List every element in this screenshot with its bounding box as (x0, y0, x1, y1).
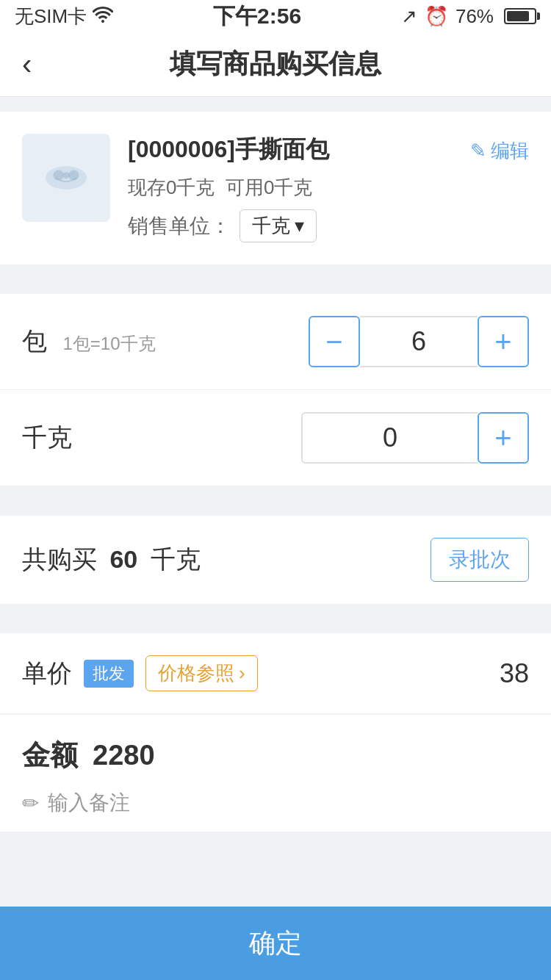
pack-sublabel: 1包=10千克 (62, 334, 155, 353)
pack-label: 包 1包=10千克 (22, 325, 309, 359)
pack-quantity-input[interactable] (360, 316, 478, 367)
status-bar: 无SIM卡 下午2:56 ↗ ⏰ 76% (0, 0, 551, 32)
back-button[interactable]: ‹ (22, 48, 32, 81)
confirm-bar[interactable]: 确定 (0, 907, 551, 980)
wifi-icon (93, 5, 113, 28)
pack-controls: − + (309, 316, 529, 367)
kg-controls: + (301, 412, 529, 464)
alarm-icon: ⏰ (425, 5, 448, 28)
price-ref-button[interactable]: 价格参照 › (145, 655, 258, 691)
page-title: 填写商品购买信息 (170, 46, 381, 82)
svg-point-3 (62, 172, 71, 179)
edit-button[interactable]: ✎ 编辑 (470, 138, 529, 164)
summary-text: 共购买 60 千克 (22, 543, 431, 577)
battery-percent: 76% (455, 5, 494, 28)
summary-row: 共购买 60 千克 录批次 (0, 516, 551, 604)
kg-plus-button[interactable]: + (478, 412, 529, 464)
status-time: 下午2:56 (213, 1, 301, 32)
status-right: ↗ ⏰ 76% (401, 5, 536, 28)
product-info: [0000006]手撕面包 现存0千克 可用0千克 销售单位： 千克 ▾ (128, 134, 529, 242)
price-tag: 批发 (84, 660, 134, 688)
kg-label: 千克 (22, 421, 301, 455)
price-ref-icon: › (239, 662, 245, 685)
divider-3 (0, 604, 551, 619)
kg-quantity-input[interactable] (301, 412, 478, 464)
unit-value: 千克 (252, 213, 290, 239)
price-section: 单价 批发 价格参照 › 38 (0, 633, 551, 713)
amount-label: 金额 (22, 737, 78, 774)
location-icon: ↗ (401, 5, 417, 28)
unit-dropdown-icon: ▾ (295, 215, 304, 237)
kg-quantity-row: 千克 + (0, 390, 551, 486)
product-unit-row: 销售单位： 千克 ▾ (128, 209, 529, 242)
pack-plus-button[interactable]: + (478, 316, 529, 367)
nav-bar: ‹ 填写商品购买信息 (0, 32, 551, 97)
remark-icon: ✏ (22, 791, 39, 815)
amount-row: 金额 2280 (22, 737, 529, 774)
battery-icon (504, 8, 536, 24)
amount-section: 金额 2280 ✏ 输入备注 (0, 715, 551, 832)
product-stock: 现存0千克 可用0千克 (128, 175, 529, 201)
price-value: 38 (500, 658, 529, 689)
batch-button[interactable]: 录批次 (431, 538, 529, 582)
unit-select[interactable]: 千克 ▾ (240, 209, 317, 242)
summary-section: 共购买 60 千克 录批次 (0, 516, 551, 604)
remark-row[interactable]: ✏ 输入备注 (22, 789, 529, 817)
product-name: [0000006]手撕面包 (128, 134, 529, 166)
product-card: ✎ 编辑 [0000006]手撕面包 现存0千克 可用0千克 销售单位： (0, 112, 551, 264)
edit-icon: ✎ (470, 140, 486, 162)
product-image (22, 134, 110, 222)
divider-2 (0, 486, 551, 501)
pack-minus-button[interactable]: − (309, 316, 360, 367)
signal-label: 无SIM卡 (15, 4, 87, 29)
price-ref-label: 价格参照 (158, 660, 234, 686)
price-row: 单价 批发 价格参照 › 38 (22, 655, 529, 691)
edit-label: 编辑 (491, 138, 529, 164)
unit-label: 销售单位： (128, 212, 231, 240)
status-left: 无SIM卡 (15, 4, 113, 29)
summary-amount: 60 (109, 545, 137, 573)
remark-placeholder: 输入备注 (48, 789, 130, 817)
pack-quantity-row: 包 1包=10千克 − + (0, 294, 551, 390)
divider-1 (0, 264, 551, 279)
price-label: 单价 (22, 657, 72, 691)
amount-value: 2280 (93, 740, 155, 771)
confirm-button[interactable]: 确定 (249, 926, 302, 962)
pack-quantity-section: 包 1包=10千克 − + 千克 + (0, 294, 551, 486)
